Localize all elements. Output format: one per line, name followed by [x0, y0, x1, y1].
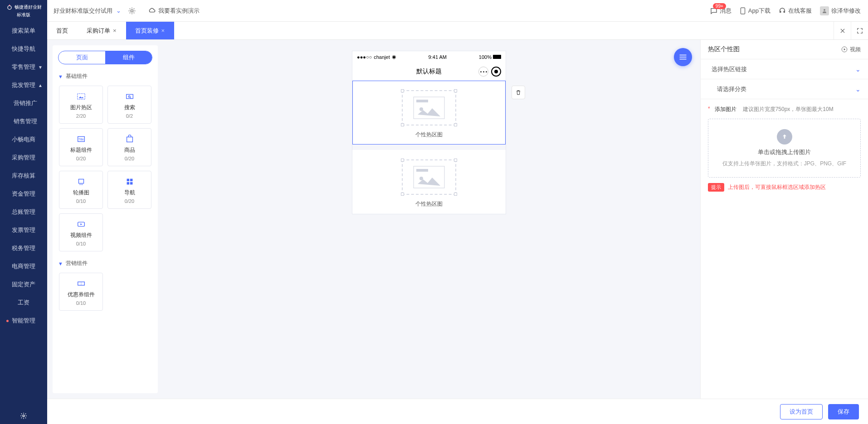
tab-home[interactable]: 首页 — [47, 22, 78, 39]
caret-down-icon: ▼ — [38, 65, 43, 70]
comp-coupon[interactable]: 优惠券组件0/10 — [59, 273, 103, 311]
coupon-icon — [76, 278, 86, 289]
close-icon[interactable]: × — [161, 27, 165, 34]
svg-point-12 — [79, 184, 80, 185]
chevron-down-icon: ⌄ — [116, 7, 121, 14]
segment-components[interactable]: 组件 — [105, 51, 152, 64]
category-select-row[interactable]: 请选择分类 ⌄ — [701, 79, 868, 99]
add-image-label: 添加图片 — [715, 106, 736, 113]
svg-point-2 — [824, 9, 825, 11]
sidebar-settings[interactable] — [0, 408, 47, 424]
link-select-row[interactable]: 选择热区链接 ⌄ — [701, 59, 868, 79]
segment-page[interactable]: 页面 — [59, 51, 105, 64]
save-button[interactable]: 保存 — [828, 404, 859, 419]
delete-block-button[interactable] — [512, 86, 525, 99]
canvas-area: ●●●○○chanjet ◉ 9:41 AM 100% 默认标题 — [158, 40, 700, 399]
set-home-button[interactable]: 设为首页 — [780, 404, 823, 419]
goods-icon — [125, 134, 135, 145]
category-select-label: 请选择分类 — [717, 85, 746, 93]
phone-close-button[interactable] — [491, 67, 501, 77]
group-basic-toggle[interactable]: ▼基础组件 — [53, 70, 158, 83]
sidebar-item-wholesale[interactable]: 批发管理▲ — [0, 76, 47, 94]
svg-text:Title: Title — [78, 137, 84, 140]
sidebar-item-retail[interactable]: 零售管理▼ — [0, 58, 47, 76]
sidebar-item-tax[interactable]: 税务管理 — [0, 239, 47, 257]
expand-icon — [857, 28, 863, 34]
comp-carousel[interactable]: 轮播图0/10 — [59, 171, 103, 209]
component-panel: 页面 组件 ▼基础组件 图片热区2/20 搜索0/2 Title标题组件0/20… — [53, 45, 158, 393]
svg-point-0 — [8, 5, 11, 9]
svg-rect-18 — [130, 182, 132, 184]
sidebar-item-purchase[interactable]: 采购管理 — [0, 149, 47, 167]
svg-rect-4 — [77, 93, 85, 99]
demo-link[interactable]: 我要看实例演示 — [148, 7, 200, 15]
phone-title-bar: 默认标题 — [352, 63, 506, 81]
sidebar-item-ecommerce-small[interactable]: 小畅电商 — [0, 130, 47, 149]
messages-button[interactable]: 99+ 消息 — [710, 7, 731, 15]
props-title: 热区个性图 — [708, 45, 740, 53]
phone-preview: ●●●○○chanjet ◉ 9:41 AM 100% 默认标题 — [352, 51, 506, 214]
phone-more-button[interactable] — [478, 67, 488, 77]
canvas-block-hotspot-2[interactable]: 个性热区图 — [352, 150, 506, 214]
svg-point-30 — [419, 177, 423, 180]
image-upload-zone[interactable]: 单击或拖拽上传图片 仅支持上传单张图片，支持格式：JPG、PNG、GIF — [708, 119, 861, 178]
bottom-action-bar: 设为首页 保存 — [47, 399, 868, 424]
image-icon — [76, 91, 86, 102]
gear-icon — [20, 412, 27, 419]
svg-point-13 — [81, 184, 82, 185]
comp-video[interactable]: 视频组件0/10 — [59, 213, 103, 251]
floating-menu-button[interactable] — [674, 48, 692, 66]
menu-icon — [679, 54, 687, 60]
sidebar-quicknav[interactable]: 快捷导航 — [0, 40, 47, 58]
group-marketing-toggle[interactable]: ▼营销组件 — [53, 257, 158, 270]
red-dot-icon — [6, 320, 9, 322]
sidebar-item-invoice[interactable]: 发票管理 — [0, 221, 47, 239]
support-label: 在线客服 — [788, 7, 812, 15]
comp-search[interactable]: 搜索0/2 — [107, 86, 151, 124]
svg-rect-29 — [416, 169, 428, 172]
phone-time: 9:41 AM — [429, 54, 447, 60]
svg-point-3 — [23, 415, 24, 417]
video-tutorial-link[interactable]: 视频 — [841, 46, 861, 53]
header-right: 99+ 消息 App下载 在线客服 徐泽华修改 — [710, 6, 868, 15]
user-name: 徐泽华修改 — [831, 7, 861, 15]
phone-page-title: 默认标题 — [416, 67, 442, 76]
sidebar-item-ledger[interactable]: 总账管理 — [0, 203, 47, 221]
product-name: 好业财标准版交付试用 — [54, 7, 112, 15]
svg-rect-5 — [126, 94, 133, 98]
sidebar-item-sales[interactable]: 销售管理 — [0, 112, 47, 130]
sidebar-item-inventory[interactable]: 库存核算 — [0, 167, 47, 185]
comp-title[interactable]: Title标题组件0/20 — [59, 128, 103, 166]
download-button[interactable]: App下载 — [740, 7, 770, 15]
sidebar-item-salary[interactable]: 工资 — [0, 294, 47, 312]
canvas-block-hotspot-1[interactable]: 个性热区图 — [352, 81, 506, 145]
close-icon[interactable]: × — [113, 27, 117, 34]
fullscreen-button[interactable] — [851, 22, 868, 39]
avatar-icon — [820, 6, 829, 15]
comp-image-hotspot[interactable]: 图片热区2/20 — [59, 86, 103, 124]
battery-percent: 100% — [479, 54, 492, 60]
user-menu[interactable]: 徐泽华修改 — [820, 6, 861, 15]
messages-badge: 99+ — [713, 3, 726, 9]
support-button[interactable]: 在线客服 — [779, 7, 812, 15]
tab-home-decor[interactable]: 首页装修× — [126, 22, 175, 39]
comp-goods[interactable]: 商品0/20 — [107, 128, 151, 166]
sidebar-item-marketing[interactable]: 营销推广 — [0, 94, 47, 112]
picture-icon — [413, 96, 445, 119]
svg-point-27 — [419, 107, 423, 111]
sidebar-item-intelligence[interactable]: 智能管理 — [0, 312, 47, 330]
tab-purchase-order[interactable]: 采购订单× — [78, 22, 126, 39]
chevron-down-icon: ⌄ — [855, 86, 861, 93]
sidebar-item-ecommerce[interactable]: 电商管理 — [0, 257, 47, 275]
product-dropdown[interactable]: 好业财标准版交付试用 ⌄ — [54, 7, 121, 15]
comp-nav[interactable]: 导航0/20 — [107, 171, 151, 209]
sidebar-item-assets[interactable]: 固定资产 — [0, 275, 47, 294]
settings-button[interactable] — [128, 7, 136, 14]
sidebar-item-funds[interactable]: 资金管理 — [0, 185, 47, 203]
cloud-icon — [148, 8, 156, 14]
phone-status-bar: ●●●○○chanjet ◉ 9:41 AM 100% — [352, 51, 506, 63]
close-all-tabs-button[interactable] — [834, 22, 851, 39]
image-placeholder — [402, 90, 456, 125]
segment-control: 页面 组件 — [58, 51, 152, 64]
sidebar-search[interactable]: 搜索菜单 — [0, 22, 47, 40]
